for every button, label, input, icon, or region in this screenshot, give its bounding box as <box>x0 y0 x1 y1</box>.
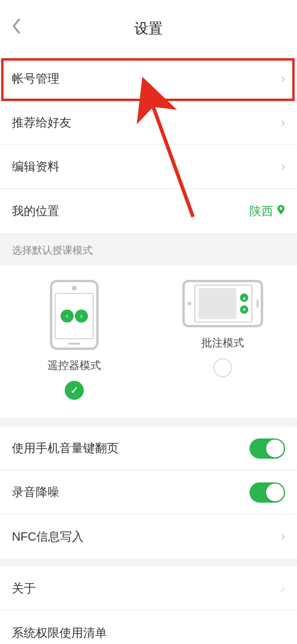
row-recommend-friends[interactable]: 推荐给好友 › <box>0 101 297 145</box>
toggle-switch[interactable] <box>249 438 285 459</box>
page-title: 设置 <box>134 19 163 38</box>
mode-label: 批注模式 <box>201 336 244 350</box>
settings-group-toggles: 使用手机音量键翻页 录音降噪 NFC信息写入 › <box>0 427 297 558</box>
row-label: 我的位置 <box>12 203 59 219</box>
back-button[interactable] <box>11 17 23 40</box>
arrow-left-icon: ‹ <box>61 310 74 323</box>
mode-section-title: 选择默认授课模式 <box>0 233 297 266</box>
arrow-down-icon: ▾ <box>240 305 248 314</box>
row-label: 推荐给好友 <box>12 115 71 131</box>
row-label: 关于 <box>12 580 36 596</box>
mode-option-annotate[interactable]: ▴ ▾ 批注模式 <box>148 280 297 400</box>
chevron-right-icon: › <box>278 580 287 596</box>
chevron-left-icon <box>11 17 23 35</box>
radio-unselected-icon <box>213 358 232 377</box>
row-label: 编辑资料 <box>12 159 59 175</box>
radio-selected-icon: ✓ <box>65 381 84 400</box>
settings-group-1: 帐号管理 › 推荐给好友 › 编辑资料 › 我的位置 陕西 <box>0 57 297 233</box>
chevron-right-icon: › <box>281 529 285 544</box>
row-account-management[interactable]: 帐号管理 › <box>0 57 297 101</box>
location-value: 陕西 <box>249 203 273 219</box>
header: 设置 <box>0 0 297 57</box>
row-about[interactable]: 关于 › <box>0 567 297 611</box>
phone-icon: ‹ › <box>50 280 99 350</box>
row-system-permissions[interactable]: 系统权限使用清单 <box>0 611 297 644</box>
row-my-location[interactable]: 我的位置 陕西 <box>0 189 297 233</box>
row-label: 录音降噪 <box>12 484 59 500</box>
mode-label: 遥控器模式 <box>48 358 101 372</box>
row-noise-reduction[interactable]: 录音降噪 <box>0 471 297 514</box>
tablet-icon: ▴ ▾ <box>182 280 263 327</box>
row-label: 系统权限使用清单 <box>12 625 107 641</box>
chevron-right-icon: › <box>281 115 285 131</box>
row-value-wrap: 陕西 <box>249 203 285 219</box>
arrow-right-icon: › <box>75 310 88 323</box>
chevron-right-icon: › <box>281 71 285 87</box>
chevron-right-icon: › <box>281 159 285 175</box>
row-volume-page-turn[interactable]: 使用手机音量键翻页 <box>0 427 297 471</box>
row-nfc-write[interactable]: NFC信息写入 › <box>0 514 297 558</box>
arrow-up-icon: ▴ <box>240 293 248 302</box>
row-label: 使用手机音量键翻页 <box>12 440 119 456</box>
settings-group-about: 关于 › 系统权限使用清单 <box>0 567 297 644</box>
location-pin-icon <box>277 205 285 217</box>
mode-option-remote[interactable]: ‹ › 遥控器模式 ✓ <box>0 280 148 400</box>
row-label: 帐号管理 <box>12 71 59 87</box>
mode-chooser: ‹ › 遥控器模式 ✓ ▴ ▾ 批注模式 <box>0 266 297 418</box>
row-label: NFC信息写入 <box>12 529 84 545</box>
settings-screen: 设置 帐号管理 › 推荐给好友 › 编辑资料 › 我的位置 陕西 选择默认授课模… <box>0 0 297 644</box>
row-edit-profile[interactable]: 编辑资料 › <box>0 145 297 189</box>
toggle-switch[interactable] <box>249 482 285 503</box>
